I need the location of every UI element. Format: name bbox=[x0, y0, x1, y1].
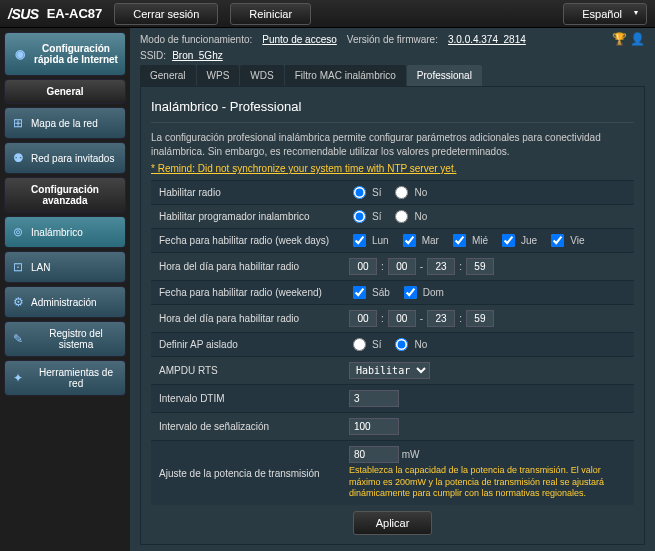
wifi-icon: ⊚ bbox=[9, 223, 27, 241]
chk-tue[interactable] bbox=[403, 234, 416, 247]
reboot-button[interactable]: Reiniciar bbox=[230, 3, 311, 25]
sidebar-item-lan[interactable]: ⊡ LAN bbox=[4, 251, 126, 283]
label-dtim: Intervalo DTIM bbox=[151, 387, 341, 410]
fw-label: Versión de firmware: bbox=[347, 34, 438, 45]
time-wknd-m1[interactable] bbox=[388, 310, 416, 327]
mode-link[interactable]: Punto de acceso bbox=[262, 34, 337, 45]
day-wed: Mié bbox=[472, 235, 488, 246]
radio-enable-yes[interactable] bbox=[353, 186, 366, 199]
tab-macfilter[interactable]: Filtro MAC inalámbrico bbox=[285, 65, 406, 86]
sidebar: ◉ Configuración rápida de Internet Gener… bbox=[0, 28, 130, 551]
opt-yes: Sí bbox=[372, 211, 381, 222]
ssid-link[interactable]: Bron_5Ghz bbox=[172, 50, 223, 61]
info-bar: Modo de funcionamiento: Punto de acceso … bbox=[130, 28, 655, 65]
time-wknd-h1[interactable] bbox=[349, 310, 377, 327]
opt-no: No bbox=[414, 187, 427, 198]
map-icon: ⊞ bbox=[9, 114, 27, 132]
logout-button[interactable]: Cerrar sesión bbox=[114, 3, 218, 25]
guest-icon: ⚉ bbox=[9, 149, 27, 167]
day-sun: Dom bbox=[423, 287, 444, 298]
time-week-m1[interactable] bbox=[388, 258, 416, 275]
sidebar-item-label: Registro del sistema bbox=[31, 328, 121, 350]
sidebar-item-syslog[interactable]: ✎ Registro del sistema bbox=[4, 321, 126, 357]
settings-panel: Inalámbrico - Professional La configurac… bbox=[140, 86, 645, 545]
log-icon: ✎ bbox=[9, 330, 27, 348]
time-week-h2[interactable] bbox=[427, 258, 455, 275]
day-tue: Mar bbox=[422, 235, 439, 246]
ampdu-select[interactable]: Habilitar bbox=[349, 362, 430, 379]
day-sat: Sáb bbox=[372, 287, 390, 298]
label-time-weekend: Hora del día para habilitar radio bbox=[151, 307, 341, 330]
sidebar-item-label: Mapa de la red bbox=[31, 118, 98, 129]
sidebar-item-label: Red para invitados bbox=[31, 153, 114, 164]
tab-general[interactable]: General bbox=[140, 65, 196, 86]
sidebar-item-label: Configuración rápida de Internet bbox=[33, 43, 119, 65]
user-icon[interactable]: 👤 bbox=[630, 32, 645, 46]
language-button[interactable]: Español bbox=[563, 3, 647, 25]
txpower-input[interactable] bbox=[349, 446, 399, 463]
chk-wed[interactable] bbox=[453, 234, 466, 247]
ssid-label: SSID: bbox=[140, 50, 166, 61]
label-sched-enable: Habilitar programador inalambrico bbox=[151, 205, 341, 228]
sidebar-item-guest[interactable]: ⚉ Red para invitados bbox=[4, 142, 126, 174]
day-mon: Lun bbox=[372, 235, 389, 246]
time-wknd-h2[interactable] bbox=[427, 310, 455, 327]
sidebar-item-label: Inalámbrico bbox=[31, 227, 83, 238]
sidebar-item-admin[interactable]: ⚙ Administración bbox=[4, 286, 126, 318]
sidebar-header-advanced: Configuración avanzada bbox=[4, 177, 126, 213]
globe-icon: ◉ bbox=[11, 45, 29, 63]
opt-no: No bbox=[414, 211, 427, 222]
label-date-weekend: Fecha para habilitar radio (weekend) bbox=[151, 281, 341, 304]
chk-mon[interactable] bbox=[353, 234, 366, 247]
lan-icon: ⊡ bbox=[9, 258, 27, 276]
sidebar-item-nettools[interactable]: ✦ Herramientas de red bbox=[4, 360, 126, 396]
radio-enable-no[interactable] bbox=[395, 186, 408, 199]
tab-professional[interactable]: Professional bbox=[407, 65, 482, 86]
beacon-input[interactable] bbox=[349, 418, 399, 435]
label-ampdu: AMPDU RTS bbox=[151, 359, 341, 382]
sidebar-item-label: Herramientas de red bbox=[31, 367, 121, 389]
brand-logo: /SUS bbox=[8, 6, 39, 22]
chk-sat[interactable] bbox=[353, 286, 366, 299]
model-name: EA-AC87 bbox=[47, 6, 103, 21]
tab-wds[interactable]: WDS bbox=[240, 65, 283, 86]
panel-desc: La configuración profesional inalámbrica… bbox=[151, 131, 634, 159]
ap-iso-yes[interactable] bbox=[353, 338, 366, 351]
sched-enable-no[interactable] bbox=[395, 210, 408, 223]
txpower-note: Establezca la capacidad de la potencia d… bbox=[349, 465, 626, 500]
sidebar-quick-setup[interactable]: ◉ Configuración rápida de Internet bbox=[4, 32, 126, 76]
label-radio-enable: Habilitar radio bbox=[151, 181, 341, 204]
time-week-m2[interactable] bbox=[466, 258, 494, 275]
ap-iso-no[interactable] bbox=[395, 338, 408, 351]
label-ap-isolated: Definir AP aislado bbox=[151, 333, 341, 356]
tab-bar: General WPS WDS Filtro MAC inalámbrico P… bbox=[130, 65, 655, 86]
ntp-remind-link[interactable]: * Remind: Did not synchronize your syste… bbox=[151, 163, 634, 174]
label-beacon: Intervalo de señalización bbox=[151, 415, 341, 438]
time-week-h1[interactable] bbox=[349, 258, 377, 275]
trophy-icon[interactable]: 🏆 bbox=[612, 32, 627, 46]
sidebar-item-label: Administración bbox=[31, 297, 97, 308]
mode-label: Modo de funcionamiento: bbox=[140, 34, 252, 45]
fw-link[interactable]: 3.0.0.4.374_2814 bbox=[448, 34, 526, 45]
opt-yes: Sí bbox=[372, 187, 381, 198]
sched-enable-yes[interactable] bbox=[353, 210, 366, 223]
time-wknd-m2[interactable] bbox=[466, 310, 494, 327]
apply-button[interactable]: Aplicar bbox=[353, 511, 433, 535]
sidebar-item-wireless[interactable]: ⊚ Inalámbrico bbox=[4, 216, 126, 248]
label-txpower: Ajuste de la potencia de transmisión bbox=[151, 462, 341, 485]
tools-icon: ✦ bbox=[9, 369, 27, 387]
day-thu: Jue bbox=[521, 235, 537, 246]
dtim-input[interactable] bbox=[349, 390, 399, 407]
admin-icon: ⚙ bbox=[9, 293, 27, 311]
opt-yes: Sí bbox=[372, 339, 381, 350]
chk-thu[interactable] bbox=[502, 234, 515, 247]
chk-fri[interactable] bbox=[551, 234, 564, 247]
sidebar-header-general: General bbox=[4, 79, 126, 104]
sidebar-item-label: LAN bbox=[31, 262, 50, 273]
sidebar-item-networkmap[interactable]: ⊞ Mapa de la red bbox=[4, 107, 126, 139]
chk-sun[interactable] bbox=[404, 286, 417, 299]
txpower-unit: mW bbox=[402, 449, 420, 460]
panel-title: Inalámbrico - Professional bbox=[151, 95, 634, 123]
tab-wps[interactable]: WPS bbox=[197, 65, 240, 86]
label-time-week: Hora del día para habilitar radio bbox=[151, 255, 341, 278]
